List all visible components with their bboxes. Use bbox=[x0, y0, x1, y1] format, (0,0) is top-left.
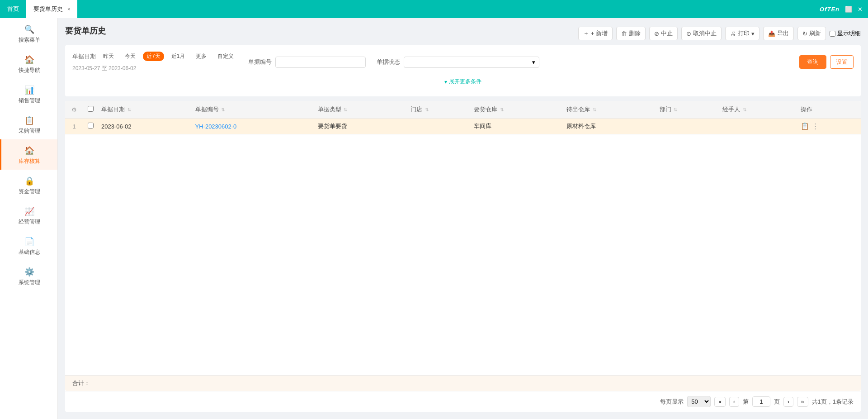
status-select[interactable]: ▾ bbox=[404, 57, 539, 68]
next-page-btn[interactable]: › bbox=[783, 397, 793, 407]
sidebar-item-ops-mgmt[interactable]: 📈 经营管理 bbox=[0, 200, 57, 230]
status-dropdown-icon: ▾ bbox=[532, 59, 535, 66]
print-icon: 🖨 bbox=[730, 30, 736, 37]
sidebar-item-purchase-mgmt[interactable]: 📋 采购管理 bbox=[0, 109, 57, 139]
th-date: 单据日期 ⇅ bbox=[98, 101, 192, 119]
sidebar-item-sys-mgmt[interactable]: ⚙️ 系统管理 bbox=[0, 261, 57, 291]
main-layout: 🔍 搜索菜单 🏠 快捷导航 📊 销售管理 📋 采购管理 🏠 库存核算 🔒 资金管… bbox=[0, 18, 868, 419]
sidebar-item-label: 经营管理 bbox=[19, 218, 40, 226]
refresh-button[interactable]: ↻ 刷新 bbox=[797, 27, 826, 40]
export-icon: 📤 bbox=[768, 30, 775, 37]
stop-button[interactable]: ⊘ 中止 bbox=[649, 27, 678, 40]
delete-button[interactable]: 🗑 删除 bbox=[616, 27, 646, 40]
sidebar-item-label: 系统管理 bbox=[19, 279, 40, 286]
sys-mgmt-icon: ⚙️ bbox=[24, 267, 34, 277]
row-handler bbox=[719, 119, 797, 134]
table-spacer bbox=[65, 134, 861, 375]
print-dropdown-icon: ▾ bbox=[751, 30, 755, 37]
top-bar: 首页 要货单历史 × OfTEn ⬜ ✕ bbox=[0, 0, 868, 18]
sidebar-item-search-menu[interactable]: 🔍 搜索菜单 bbox=[0, 18, 57, 48]
export-button[interactable]: 📤 导出 bbox=[763, 27, 794, 40]
header-actions: 要货单历史 ＋ + 新增 🗑 删除 ⊘ 中止 ⊙ 取消中止 bbox=[65, 25, 861, 42]
row-doc-type: 要货单要货 bbox=[314, 119, 407, 134]
finance-mgmt-icon: 🔒 bbox=[24, 176, 34, 186]
date-btn-7days[interactable]: 近7天 bbox=[143, 52, 164, 61]
page-input[interactable] bbox=[752, 396, 770, 407]
display-detail-checkbox[interactable] bbox=[830, 31, 835, 37]
sidebar-item-label: 搜索菜单 bbox=[19, 36, 40, 44]
sidebar-item-quick-nav[interactable]: 🏠 快捷导航 bbox=[0, 48, 57, 79]
sort-handler-icon: ⇅ bbox=[743, 107, 746, 112]
sidebar-item-sales-mgmt[interactable]: 📊 销售管理 bbox=[0, 79, 57, 109]
sort-store-icon: ⇅ bbox=[425, 107, 429, 112]
filter-area: 单据日期 昨天 今天 近7天 近1月 更多 自定义 2023-05- bbox=[65, 45, 861, 96]
table-row: 1 2023-06-02 YH-20230602-0 要货单要货 车间库 原材料… bbox=[65, 119, 861, 134]
sidebar-item-inventory[interactable]: 🏠 库存核算 bbox=[0, 139, 57, 170]
sidebar: 🔍 搜索菜单 🏠 快捷导航 📊 销售管理 📋 采购管理 🏠 库存核算 🔒 资金管… bbox=[0, 18, 58, 419]
date-filters: 昨天 今天 近7天 近1月 更多 自定义 bbox=[99, 52, 237, 61]
row-checkbox[interactable] bbox=[88, 123, 94, 129]
select-all-checkbox[interactable] bbox=[88, 106, 94, 112]
sidebar-item-label: 资金管理 bbox=[19, 188, 40, 195]
display-detail-label[interactable]: 显示明细 bbox=[830, 29, 861, 38]
row-pending-warehouse: 原材料仓库 bbox=[563, 119, 656, 134]
date-btn-custom[interactable]: 自定义 bbox=[214, 52, 237, 61]
query-button[interactable]: 查询 bbox=[799, 55, 826, 69]
new-button[interactable]: ＋ + 新增 bbox=[578, 27, 613, 40]
print-button[interactable]: 🖨 打印 ▾ bbox=[725, 27, 760, 40]
row-actions: 📋 ⋮ bbox=[797, 119, 861, 134]
basic-info-icon: 📄 bbox=[24, 237, 34, 247]
row-view-icon[interactable]: 📋 bbox=[801, 122, 809, 130]
last-page-btn[interactable]: » bbox=[797, 397, 808, 407]
sort-pending-wh-icon: ⇅ bbox=[593, 107, 596, 112]
date-btn-1month[interactable]: 近1月 bbox=[168, 52, 189, 61]
date-btn-today[interactable]: 今天 bbox=[121, 52, 139, 61]
status-label: 单据状态 bbox=[377, 58, 400, 66]
date-btn-more[interactable]: 更多 bbox=[192, 52, 210, 61]
sidebar-item-label: 快捷导航 bbox=[19, 67, 40, 74]
doc-no-input[interactable] bbox=[275, 57, 366, 68]
settings-button[interactable]: 设置 bbox=[830, 55, 854, 69]
action-bar: ＋ + 新增 🗑 删除 ⊘ 中止 ⊙ 取消中止 🖨 打印 bbox=[578, 27, 861, 40]
th-doc-no: 单据编号 ⇅ bbox=[192, 101, 314, 119]
sidebar-item-basic-info[interactable]: 📄 基础信息 bbox=[0, 230, 57, 261]
tab-requisition-history[interactable]: 要货单历史 × bbox=[26, 0, 77, 18]
expand-down-icon: ▾ bbox=[444, 79, 447, 85]
tab-list: 首页 要货单历史 × bbox=[0, 0, 77, 18]
close-icon[interactable]: ✕ bbox=[858, 6, 863, 13]
tab-close-icon[interactable]: × bbox=[67, 6, 70, 12]
page-title: 要货单历史 bbox=[65, 25, 106, 36]
data-table: ⚙ 单据日期 ⇅ 单据编号 ⇅ bbox=[65, 101, 861, 134]
sidebar-item-label: 销售管理 bbox=[19, 97, 40, 105]
th-actions: 操作 bbox=[797, 101, 861, 119]
sort-docno-icon: ⇅ bbox=[221, 107, 225, 112]
row-dept bbox=[656, 119, 719, 134]
per-page-label: 每页显示 bbox=[660, 398, 684, 406]
total-label: 合计： bbox=[72, 379, 90, 387]
table-header-row: ⚙ 单据日期 ⇅ 单据编号 ⇅ bbox=[65, 101, 861, 119]
sidebar-item-label: 采购管理 bbox=[19, 127, 40, 135]
doc-no-label: 单据编号 bbox=[248, 58, 272, 66]
tab-home[interactable]: 首页 bbox=[0, 0, 26, 18]
date-btn-yesterday[interactable]: 昨天 bbox=[99, 52, 118, 61]
th-settings: ⚙ bbox=[65, 101, 83, 119]
th-handler: 经手人 ⇅ bbox=[719, 101, 797, 119]
first-page-btn[interactable]: « bbox=[714, 397, 726, 407]
page-prefix: 第 bbox=[743, 398, 749, 406]
per-page-select[interactable]: 50 100 200 bbox=[687, 396, 711, 407]
refresh-icon: ↻ bbox=[802, 30, 807, 37]
row-num: 1 bbox=[65, 119, 83, 134]
table-wrapper: ⚙ 单据日期 ⇅ 单据编号 ⇅ bbox=[65, 101, 861, 391]
cancel-stop-button[interactable]: ⊙ 取消中止 bbox=[681, 27, 722, 40]
sidebar-item-finance-mgmt[interactable]: 🔒 资金管理 bbox=[0, 170, 57, 200]
row-more-icon[interactable]: ⋮ bbox=[812, 122, 819, 130]
new-plus-icon: ＋ bbox=[583, 29, 589, 38]
expand-more-button[interactable]: ▾ 展开更多条件 bbox=[444, 78, 481, 86]
table-footer: 合计： bbox=[65, 375, 861, 391]
th-dept: 部门 ⇅ bbox=[656, 101, 719, 119]
prev-page-btn[interactable]: ‹ bbox=[729, 397, 739, 407]
row-doc-no-link[interactable]: YH-20230602-0 bbox=[195, 123, 237, 130]
maximize-icon[interactable]: ⬜ bbox=[845, 6, 852, 13]
filter-row-1: 单据日期 昨天 今天 近7天 近1月 更多 自定义 2023-05- bbox=[72, 52, 854, 72]
filter-panel: 单据日期 昨天 今天 近7天 近1月 更多 自定义 2023-05- bbox=[65, 45, 861, 91]
